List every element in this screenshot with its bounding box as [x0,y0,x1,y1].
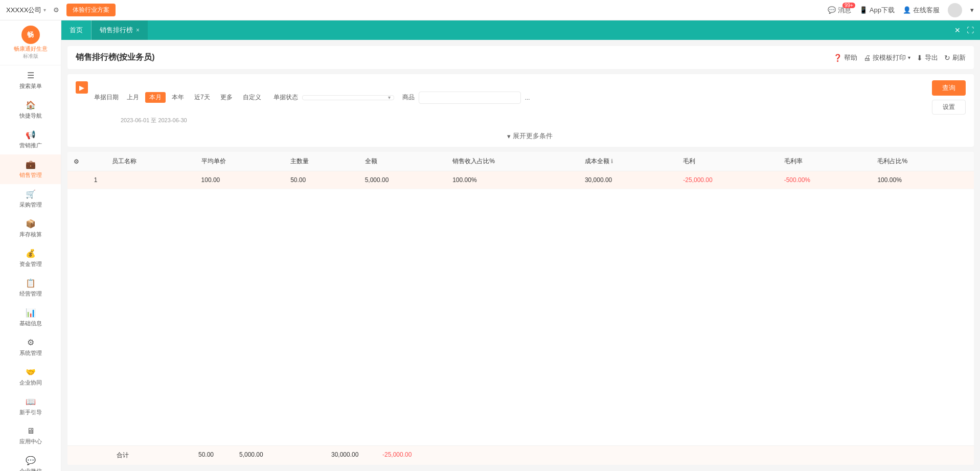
settings-button[interactable]: 设置 [932,100,966,115]
tab-sales-ranking[interactable]: 销售排行榜 × [92,20,148,40]
window-close-icon[interactable]: ✕ [954,26,961,34]
avatar[interactable] [948,3,962,17]
sidebar-item-basic-info[interactable]: 📊 基础信息 [0,303,61,332]
system-icon: ⚙ [27,338,34,347]
row-settings [67,171,85,189]
sidebar-item-guide[interactable]: 📖 新手引导 [0,392,61,421]
company-selector[interactable]: XXXXX公司 ▾ [6,6,46,15]
sidebar-item-apps[interactable]: 🖥 应用中心 [0,421,61,451]
query-button[interactable]: 查询 [932,80,966,96]
date-tab-prev-month[interactable]: 上月 [123,92,143,103]
sidebar-item-wechat[interactable]: 💬 企业微信 [0,451,61,471]
inventory-icon: 📦 [26,219,36,229]
col-rank [85,152,106,171]
chevron-down-icon: ▾ [388,95,391,100]
export-button[interactable]: ⬇ 导出 [917,53,938,62]
goods-filter-group: 商品 ... [402,92,530,104]
expand-label: 展开更多条件 [513,131,553,141]
sidebar-item-enterprise[interactable]: 🤝 企业协同 [0,362,61,392]
goods-input[interactable] [419,92,521,104]
sidebar-item-sales[interactable]: 💼 销售管理 [0,154,61,184]
online-service-button[interactable]: 👤 在线客服 [903,6,940,15]
row-name [106,171,195,189]
sidebar-item-label: 系统管理 [19,349,42,357]
sidebar-item-finance[interactable]: 💰 资金管理 [0,243,61,273]
page-title: 销售排行榜(按业务员) [76,52,155,63]
col-gross-rate: 毛利率 [778,152,872,171]
date-tab-more[interactable]: 更多 [216,92,237,103]
sidebar-item-nav[interactable]: 🏠 快捷导航 [0,95,61,125]
logo-icon: 畅 [21,26,40,44]
settings-icon[interactable]: ⚙ [50,4,62,16]
sidebar: 畅 畅康通好生意 标准版 ☰ 搜索菜单 🏠 快捷导航 📢 营销推广 💼 销售管理… [0,20,61,471]
trial-button[interactable]: 体验行业方案 [66,4,116,16]
page-header: 销售排行榜(按业务员) ❓ 帮助 🖨 按模板打印 ▾ ⬇ 导出 [67,46,974,69]
app-download-button[interactable]: 📱 App下载 [859,6,895,15]
sidebar-item-marketing[interactable]: 📢 营销推广 [0,125,61,154]
operations-icon: 📋 [26,278,36,288]
expand-more-button[interactable]: ▾ 展开更多条件 [507,131,553,141]
status-filter-group: 单据状态 ▾ [274,93,394,102]
row-gross-rate: -500.00% [778,171,872,189]
footer-main-qty: 50.00 [192,451,233,460]
sidebar-item-label: 营销推广 [19,142,42,149]
help-label: 帮助 [844,53,857,62]
user-name[interactable]: ▾ [970,6,974,14]
guide-icon: 📖 [26,397,36,407]
sidebar-item-label: 应用中心 [19,438,42,445]
table-header-row: ⚙ 员工名称 平均单价 主数量 全额 销售收入占比% 成本全额 ℹ 毛利 毛利率 [67,152,974,171]
finance-icon: 💰 [26,249,36,258]
tab-close-icon[interactable]: × [136,27,140,34]
filter-area: ▶ 单据日期 上月 本月 本年 近7天 [67,74,974,147]
filter-toggle-button[interactable]: ▶ [76,81,88,94]
logo-text: 畅康通好生意 [14,45,48,53]
row-amount: 5,000.00 [359,171,447,189]
sidebar-item-label: 企业微信 [19,467,42,471]
filter-row: 单据日期 上月 本月 本年 近7天 更多 自定义 [94,80,966,115]
more-filter-icon[interactable]: ... [525,94,530,101]
status-filter-label: 单据状态 [274,93,298,102]
page-content: 销售排行榜(按业务员) ❓ 帮助 🖨 按模板打印 ▾ ⬇ 导出 [61,40,980,471]
date-tab-custom[interactable]: 自定义 [239,92,265,103]
footer-avg-price [151,451,192,460]
apps-icon: 🖥 [27,427,35,436]
col-name: 员工名称 [106,152,195,171]
sidebar-item-inventory[interactable]: 📦 库存核算 [0,214,61,243]
row-rank: 1 [85,171,106,189]
date-tab-7days[interactable]: 近7天 [190,92,214,103]
col-settings[interactable]: ⚙ [67,152,85,171]
top-bar: XXXXX公司 ▾ ⚙ 体验行业方案 💬 消息 99+ 📱 App下载 👤 在线… [0,0,980,20]
basic-info-icon: 📊 [26,308,36,318]
col-sales-pct: 销售收入占比% [446,152,579,171]
data-table: ⚙ 员工名称 平均单价 主数量 全额 销售收入占比% 成本全额 ℹ 毛利 毛利率 [67,152,974,189]
goods-filter-label: 商品 [402,93,415,102]
date-tab-current-month[interactable]: 本月 [145,92,166,103]
col-main-qty: 主数量 [284,152,359,171]
sidebar-item-operations[interactable]: 📋 经营管理 [0,273,61,303]
date-tab-current-year[interactable]: 本年 [168,92,188,103]
col-gross-pct: 毛利占比% [871,152,974,171]
status-select[interactable]: ▾ [302,95,394,100]
print-chevron-icon: ▾ [908,55,910,60]
sidebar-item-label: 库存核算 [19,231,42,238]
window-maximize-icon[interactable]: ⛶ [967,26,974,34]
tab-label: 销售排行榜 [100,26,133,35]
row-sales-pct: 100.00% [446,171,579,189]
sidebar-item-purchase[interactable]: 🛒 采购管理 [0,184,61,214]
help-button[interactable]: ❓ 帮助 [833,53,857,62]
refresh-button[interactable]: ↻ 刷新 [944,53,966,62]
print-label: 按模板打印 [873,53,906,62]
footer-label: 合计 [110,451,151,460]
tab-home[interactable]: 首页 [61,20,92,40]
row-avg-price: 100.00 [195,171,285,189]
sidebar-item-system[interactable]: ⚙ 系统管理 [0,332,61,362]
print-button[interactable]: 🖨 按模板打印 ▾ [863,53,910,62]
download-icon: 📱 [859,6,868,14]
message-button[interactable]: 💬 消息 99+ [828,6,851,15]
sales-icon: 💼 [26,160,36,169]
logo-sub: 标准版 [23,53,38,60]
message-badge: 99+ [842,3,855,8]
sidebar-item-search[interactable]: ☰ 搜索菜单 [0,65,61,95]
status-select-wrapper: ▾ [302,95,394,100]
footer-amount: 5,000.00 [233,451,274,460]
